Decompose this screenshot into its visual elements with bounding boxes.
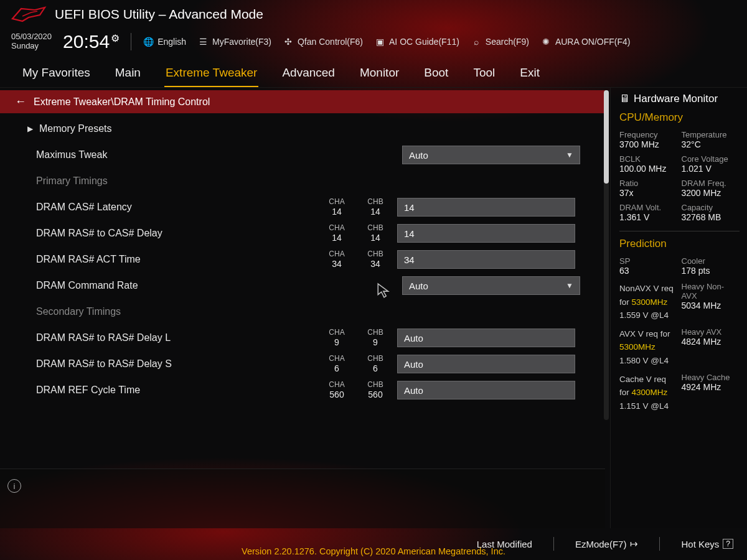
search-label: Search(F9)	[486, 37, 529, 47]
cpu-memory-grid: Frequency3700 MHz Temperature32°C BCLK10…	[619, 130, 740, 222]
cmd-rate-row: DRAM Command Rate Auto ▼	[0, 273, 605, 299]
copyright-text: Version 2.20.1276. Copyright (C) 2020 Am…	[0, 546, 747, 556]
aura-button[interactable]: ✺ AURA ON/OFF(F4)	[540, 36, 631, 47]
secondary-timings-heading: Secondary Timings	[0, 299, 605, 325]
ras-ras-l-row: DRAM RAS# to RAS# Delay L CHA9 CHB9 Auto	[0, 325, 605, 351]
hwmon-title: 🖥 Hardware Monitor	[619, 93, 740, 105]
ras-act-input[interactable]: 34	[397, 250, 575, 269]
aura-icon: ✺	[540, 36, 552, 47]
qfan-button[interactable]: ✣ Qfan Control(F6)	[283, 36, 363, 47]
tab-monitor[interactable]: Monitor	[359, 62, 400, 87]
cas-cha-value: 14	[322, 207, 351, 217]
info-icon: i	[7, 479, 21, 493]
date-text: 05/03/2020	[11, 32, 52, 42]
ref-cycle-input[interactable]: Auto	[397, 381, 575, 399]
clock[interactable]: 20:54 ⚙	[63, 31, 120, 52]
day-text: Sunday	[11, 42, 52, 51]
chb-label: CHB	[361, 198, 390, 207]
list-icon: ☰	[197, 36, 209, 47]
ref-cycle-row: DRAM REF Cycle Time CHA560 CHB560 Auto	[0, 377, 605, 403]
prediction-sp-grid: SP63 Cooler178 pts	[619, 256, 740, 276]
fan-icon: ✣	[283, 36, 294, 47]
myfavorite-button[interactable]: ☰ MyFavorite(F3)	[197, 36, 271, 47]
breadcrumb: ← Extreme Tweaker\DRAM Timing Control	[0, 90, 605, 113]
info-bar: 05/03/2020 Sunday 20:54 ⚙ 🌐 English ☰ My…	[0, 29, 747, 58]
ras-cas-row: DRAM RAS# to CAS# Delay CHA14 CHB14 14	[0, 220, 605, 246]
tab-main[interactable]: Main	[114, 62, 142, 87]
scrollbar-thumb[interactable]	[604, 90, 609, 184]
myfavorite-label: MyFavorite(F3)	[212, 37, 271, 47]
globe-icon: 🌐	[143, 36, 154, 47]
ras-ras-s-input[interactable]: Auto	[397, 355, 575, 373]
monitor-icon: 🖥	[619, 93, 630, 105]
maximus-tweak-value: Auto	[409, 150, 428, 161]
secondary-timings-label: Secondary Timings	[36, 306, 322, 317]
chevron-down-icon: ▼	[566, 281, 573, 290]
language-label: English	[157, 37, 186, 47]
cmd-rate-label: DRAM Command Rate	[36, 280, 322, 291]
ras-act-row: DRAM RAS# ACT Time CHA34 CHB34 34	[0, 246, 605, 273]
back-arrow-icon[interactable]: ←	[15, 95, 26, 108]
maximus-tweak-label: Maximus Tweak	[36, 149, 322, 161]
cas-latency-label: DRAM CAS# Latency	[36, 202, 322, 213]
search-icon: ⌕	[471, 36, 482, 47]
memory-presets-row[interactable]: ▶ Memory Presets	[0, 116, 605, 142]
tab-tool[interactable]: Tool	[472, 62, 496, 87]
memory-presets-label: Memory Presets	[39, 123, 326, 134]
tab-exit[interactable]: Exit	[519, 62, 541, 87]
prediction-heading: Prediction	[619, 238, 740, 250]
date-block: 05/03/2020 Sunday	[11, 32, 52, 51]
ras-ras-l-input[interactable]: Auto	[397, 329, 575, 347]
help-panel: i	[0, 469, 605, 528]
prediction-detail-grid: NonAVX V req for 5300MHz 1.559 V @L4 Hea…	[619, 282, 740, 413]
rog-logo-icon	[10, 5, 47, 24]
tab-extreme-tweaker[interactable]: Extreme Tweaker	[164, 62, 258, 87]
tab-boot[interactable]: Boot	[423, 62, 449, 87]
settings-list: ▶ Memory Presets Maximus Tweak Auto ▼ Pr…	[0, 113, 610, 469]
chevron-down-icon: ▼	[566, 151, 573, 159]
page-title: UEFI BIOS Utility – Advanced Mode	[55, 7, 263, 22]
qfan-label: Qfan Control(F6)	[298, 37, 363, 47]
primary-timings-heading: Primary Timings	[0, 168, 605, 194]
tab-bar: My FavoritesMainExtreme TweakerAdvancedM…	[0, 58, 747, 88]
cas-latency-value: 14	[404, 202, 415, 213]
tab-my-favorites[interactable]: My Favorites	[21, 62, 92, 87]
expand-caret-icon: ▶	[27, 124, 33, 133]
cas-latency-row: DRAM CAS# Latency CHA14 CHB14 14	[0, 194, 605, 220]
chip-icon: ▣	[374, 36, 385, 47]
aioc-label: AI OC Guide(F11)	[389, 37, 459, 47]
main-panel: ← Extreme Tweaker\DRAM Timing Control ▶ …	[0, 88, 610, 528]
maximus-tweak-row: Maximus Tweak Auto ▼	[0, 142, 605, 168]
primary-timings-label: Primary Timings	[36, 175, 322, 187]
search-button[interactable]: ⌕ Search(F9)	[471, 36, 529, 47]
aioc-button[interactable]: ▣ AI OC Guide(F11)	[374, 36, 459, 47]
cas-chb-value: 14	[361, 207, 390, 217]
language-button[interactable]: 🌐 English	[143, 36, 186, 47]
cas-channels: CHA14 CHB14	[322, 198, 390, 217]
header: UEFI BIOS Utility – Advanced Mode	[0, 0, 747, 29]
cmd-rate-select[interactable]: Auto ▼	[402, 276, 580, 295]
separator	[131, 33, 131, 50]
ras-ras-s-row: DRAM RAS# to RAS# Delay S CHA6 CHB6 Auto	[0, 351, 605, 377]
ras-cas-input[interactable]: 14	[397, 224, 575, 243]
cha-label: CHA	[322, 198, 351, 207]
ras-act-label: DRAM RAS# ACT Time	[36, 254, 322, 265]
ras-cas-label: DRAM RAS# to CAS# Delay	[36, 228, 322, 239]
scrollbar[interactable]	[604, 90, 609, 420]
breadcrumb-text: Extreme Tweaker\DRAM Timing Control	[34, 96, 210, 108]
hardware-monitor-panel: 🖥 Hardware Monitor CPU/Memory Frequency3…	[610, 88, 747, 528]
maximus-tweak-select[interactable]: Auto ▼	[402, 146, 580, 164]
gear-icon: ⚙	[111, 32, 120, 44]
cpu-memory-heading: CPU/Memory	[619, 111, 740, 124]
tab-advanced[interactable]: Advanced	[281, 62, 336, 87]
clock-time: 20:54	[63, 31, 110, 52]
cas-latency-input[interactable]: 14	[397, 198, 575, 217]
aura-label: AURA ON/OFF(F4)	[555, 37, 631, 47]
